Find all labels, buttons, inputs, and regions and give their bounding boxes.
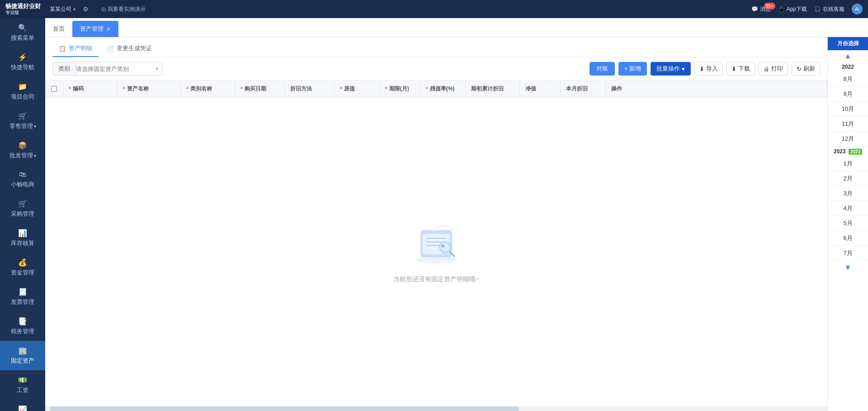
import-button[interactable]: ⬇ 导入 bbox=[694, 62, 723, 76]
page-content: 📋 资产明细 📄 变更生成凭证 类别 ▾ bbox=[45, 37, 868, 411]
headset-icon: 🎧 bbox=[814, 6, 821, 12]
add-button[interactable]: + 新增 bbox=[618, 62, 647, 76]
sub-tab-change-voucher[interactable]: 📄 变更生成凭证 bbox=[100, 42, 158, 57]
th-rate: * 残值率(%) bbox=[420, 80, 466, 97]
month-item-11[interactable]: 11月 bbox=[828, 117, 868, 132]
content-area: 首页 资产管理 ✕ 📋 资产明细 📄 变更生成凭证 bbox=[45, 18, 868, 411]
th-period: * 期限(月) bbox=[380, 80, 420, 97]
panel-expand-icon[interactable]: ⤢ bbox=[827, 47, 828, 56]
filter-dropdown-icon[interactable]: ▾ bbox=[152, 63, 162, 74]
month-panel-header: 月份选择 bbox=[828, 37, 868, 50]
sidebar-item-project-contract[interactable]: 📁 项目合同 bbox=[0, 77, 45, 106]
import-icon: ⬇ bbox=[699, 66, 704, 72]
download-icon: ⬇ bbox=[731, 66, 736, 72]
month-item-8[interactable]: 8月 bbox=[828, 72, 868, 87]
settings-icon[interactable]: ⚙ bbox=[83, 5, 89, 13]
messages-badge: 99+ bbox=[764, 3, 775, 9]
ecommerce-icon: 🛍 bbox=[19, 170, 26, 179]
toolbar: 类别 ▾ 对账 + 新增 批量操作 ▾ bbox=[45, 57, 827, 80]
sub-tabs: 📋 资产明细 📄 变更生成凭证 bbox=[45, 37, 827, 57]
month-prev-icon[interactable]: ▲ bbox=[841, 51, 855, 61]
user-avatar[interactable]: Ai bbox=[852, 4, 863, 14]
invoice-icon: 🧾 bbox=[18, 288, 27, 296]
sidebar: 🔍 搜索菜单 ⚡ 快捷导航 📁 项目合同 🛒 零售管理 ▾ 📦 批发管理 ▾ bbox=[0, 18, 45, 411]
month-item-1[interactable]: 1月 bbox=[828, 156, 868, 171]
sidebar-item-operations-mgmt[interactable]: 📈 经营管理 bbox=[0, 400, 45, 411]
retail-icon: 🛒 bbox=[18, 112, 27, 120]
tab-asset-management[interactable]: 资产管理 ✕ bbox=[72, 21, 118, 37]
month-item-3[interactable]: 3月 bbox=[828, 186, 868, 201]
company-dropdown-icon: ▾ bbox=[73, 7, 75, 12]
filter-category-label: 类别 bbox=[53, 62, 76, 75]
empty-state: 当前您还没有固定资产明细哦~ bbox=[375, 203, 497, 302]
month-next-icon[interactable]: ▼ bbox=[841, 263, 855, 273]
toolbar-right: 对账 + 新增 批量操作 ▾ ⬇ 导入 bbox=[590, 62, 820, 76]
th-action: 操作 bbox=[606, 80, 827, 97]
sidebar-item-fixed-assets[interactable]: 🏢 固定资产 bbox=[0, 341, 45, 370]
sidebar-item-invoice-mgmt[interactable]: 🧾 发票管理 bbox=[0, 282, 45, 312]
tax-icon: 📑 bbox=[18, 317, 27, 326]
sidebar-item-retail-mgmt[interactable]: 🛒 零售管理 ▾ bbox=[0, 106, 45, 136]
sidebar-item-quick-nav[interactable]: ⚡ 快捷导航 bbox=[0, 47, 45, 77]
top-bar-right: 💬 消息 99+ 📱 App下载 🎧 在线客服 Ai bbox=[751, 4, 863, 14]
sidebar-item-fund-mgmt[interactable]: 💰 资金管理 bbox=[0, 253, 45, 282]
tab-home[interactable]: 首页 bbox=[45, 21, 72, 37]
month-item-9[interactable]: 9月 bbox=[828, 87, 868, 102]
phone-icon: 📱 bbox=[778, 6, 785, 12]
retail-arrow-icon: ▾ bbox=[34, 124, 36, 129]
sub-tab-asset-detail[interactable]: 📋 资产明细 bbox=[52, 42, 99, 57]
th-month-dep: 本月折旧 bbox=[561, 80, 606, 97]
month-nav-down[interactable]: ▼ bbox=[828, 261, 868, 274]
month-item-10[interactable]: 10月 bbox=[828, 102, 868, 117]
filter-category-input[interactable] bbox=[76, 66, 152, 72]
voucher-icon: 📄 bbox=[107, 45, 114, 52]
month-item-5[interactable]: 5月 bbox=[828, 216, 868, 231]
reconcile-button[interactable]: 对账 bbox=[590, 62, 615, 76]
wholesale-icon: 📦 bbox=[18, 141, 27, 150]
project-icon: 📁 bbox=[18, 82, 27, 91]
sidebar-item-inventory[interactable]: 📊 库存核算 bbox=[0, 223, 45, 253]
category-filter-group: 类别 ▾ bbox=[52, 62, 162, 76]
app-logo: 畅捷通好业财 专业版 bbox=[5, 3, 41, 15]
month-item-4[interactable]: 4月 bbox=[828, 201, 868, 216]
payroll-icon: 💵 bbox=[18, 376, 27, 384]
month-item-6[interactable]: 6月 bbox=[828, 231, 868, 246]
empty-text: 当前您还没有固定资产明细哦~ bbox=[393, 275, 479, 283]
sidebar-item-search[interactable]: 🔍 搜索菜单 bbox=[0, 18, 45, 47]
select-all-checkbox[interactable] bbox=[51, 86, 57, 92]
sidebar-item-ecommerce[interactable]: 🛍 小畅电商 bbox=[0, 165, 45, 194]
horizontal-scrollbar[interactable] bbox=[45, 406, 827, 411]
sidebar-item-purchase-mgmt[interactable]: 🛒 采购管理 bbox=[0, 194, 45, 223]
tab-close-icon[interactable]: ✕ bbox=[106, 26, 111, 32]
messages-button[interactable]: 💬 消息 99+ bbox=[751, 5, 771, 13]
print-button[interactable]: 🖨 打印 bbox=[759, 62, 788, 76]
company-selector[interactable]: 某某公司 ▾ bbox=[50, 5, 75, 13]
demo-link[interactable]: ◎ 我要看实例演示 bbox=[101, 5, 146, 13]
print-icon: 🖨 bbox=[764, 66, 769, 72]
panel-close-icon[interactable]: ✕ bbox=[827, 37, 828, 46]
month-nav-up[interactable]: ▲ bbox=[828, 50, 868, 62]
wholesale-arrow-icon: ▾ bbox=[34, 153, 36, 158]
svg-point-7 bbox=[441, 243, 450, 252]
sidebar-item-payroll[interactable]: 💵 工资 bbox=[0, 370, 45, 400]
th-net: 净值 bbox=[520, 80, 561, 97]
th-checkbox[interactable] bbox=[45, 81, 63, 96]
main-layout: 🔍 搜索菜单 ⚡ 快捷导航 📁 项目合同 🛒 零售管理 ▾ 📦 批发管理 ▾ bbox=[0, 18, 868, 411]
download-button[interactable]: ⬇ 下载 bbox=[726, 62, 755, 76]
sidebar-item-wholesale-mgmt[interactable]: 📦 批发管理 ▾ bbox=[0, 136, 45, 165]
batch-button[interactable]: 批量操作 ▾ bbox=[651, 62, 691, 76]
inventory-icon: 📊 bbox=[18, 229, 27, 237]
month-year-2022: 2022 bbox=[828, 62, 868, 72]
tab-bar: 首页 资产管理 ✕ bbox=[45, 18, 868, 37]
month-item-7[interactable]: 7月 bbox=[828, 246, 868, 261]
sidebar-item-tax-mgmt[interactable]: 📑 税务管理 bbox=[0, 312, 45, 341]
month-item-12[interactable]: 12月 bbox=[828, 132, 868, 146]
th-accum: 期初累计折旧 bbox=[466, 80, 520, 97]
asset-detail-icon: 📋 bbox=[59, 45, 66, 52]
table-body: 当前您还没有固定资产明细哦~ bbox=[45, 98, 827, 406]
refresh-button[interactable]: ↻ 刷新 bbox=[792, 62, 820, 76]
month-item-2[interactable]: 2月 bbox=[828, 171, 868, 186]
app-download-button[interactable]: 📱 App下载 bbox=[778, 5, 807, 13]
online-service-button[interactable]: 🎧 在线客服 bbox=[814, 5, 844, 13]
fixed-assets-icon: 🏢 bbox=[18, 346, 27, 355]
